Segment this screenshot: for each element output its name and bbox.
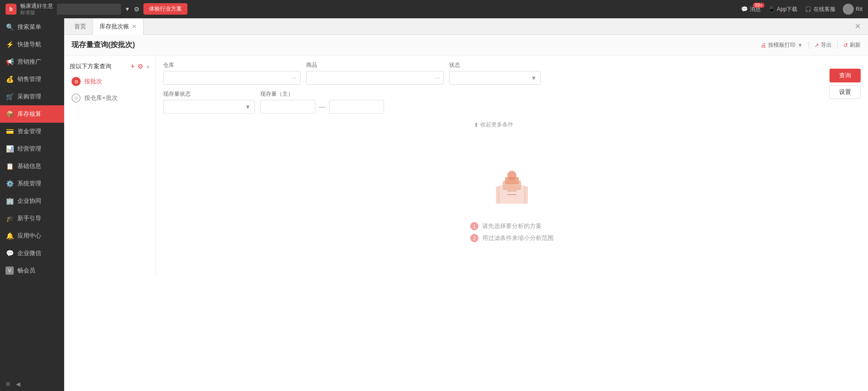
warehouse-input[interactable]: ··· <box>163 71 301 85</box>
messages-badge: 99+ <box>753 3 764 8</box>
collapse-more-button[interactable]: ⬆ 收起更多条件 <box>163 119 824 130</box>
sidebar-item-purchase[interactable]: 🛒 采购管理 <box>0 88 64 105</box>
tab-close-icon[interactable]: ✕ <box>132 23 137 30</box>
tab-home[interactable]: 首页 <box>68 18 93 35</box>
inventory-qty-condition: 现存量（主） — <box>260 90 384 114</box>
shortcut-icon: ⚡ <box>5 40 14 49</box>
sidebar-item-marketing[interactable]: 📢 营销推广 <box>0 53 64 71</box>
query-conditions: 仓库 ··· 商品 <box>156 56 868 275</box>
collapse-scheme-icon[interactable]: « <box>146 63 150 70</box>
sales-icon: 💰 <box>5 75 14 83</box>
topbar-gear-icon[interactable]: ⚙ <box>134 5 140 13</box>
qty-dash: — <box>319 103 325 110</box>
sidebar-item-sales[interactable]: 💰 销售管理 <box>0 71 64 88</box>
service-icon: 🎧 <box>805 6 812 12</box>
sidebar: 🔍 搜索菜单 ⚡ 快捷导航 📢 营销推广 💰 销售管理 🛒 采购管理 📦 库存核… <box>0 18 64 391</box>
operations-icon: 📊 <box>5 145 14 153</box>
download-icon: 📱 <box>768 6 775 12</box>
export-button[interactable]: ↗ 导出 <box>814 41 832 49</box>
sidebar-item-vip[interactable]: V 畅会员 <box>0 262 64 279</box>
tip-num-1: 1 <box>470 222 478 230</box>
status-dropdown-icon: ▼ <box>531 75 537 81</box>
conditions-row-1: 仓库 ··· 商品 <box>163 61 824 85</box>
inventory-status-dropdown-icon: ▼ <box>245 103 251 110</box>
settings-button[interactable]: 设置 <box>830 85 861 99</box>
newbie-icon: 🎓 <box>5 214 14 223</box>
print-template-button[interactable]: 🖨 按模板打印 ▼ <box>761 41 803 49</box>
product-dots[interactable]: ··· <box>435 75 439 81</box>
messages-button[interactable]: 💬 消息 99+ <box>741 5 761 13</box>
inventory-qty-to[interactable] <box>329 100 384 114</box>
empty-tips: 1 请先选择要分析的方案 2 用过滤条件来缩小分析范围 <box>470 222 554 242</box>
finance-icon: 💳 <box>5 127 14 136</box>
marketing-icon: 📢 <box>5 58 14 66</box>
main-layout: 🔍 搜索菜单 ⚡ 快捷导航 📢 营销推广 💰 销售管理 🛒 采购管理 📦 库存核… <box>0 18 868 391</box>
svg-rect-6 <box>496 186 500 204</box>
sidebar-item-finance[interactable]: 💳 资金管理 <box>0 123 64 140</box>
scheme-icon-gray: ⚙ <box>71 93 81 103</box>
empty-state: 1 请先选择要分析的方案 2 用过滤条件来缩小分析范围 <box>163 130 861 270</box>
apps-icon: 🔔 <box>5 232 14 240</box>
condition-actions: 查询 设置 <box>830 69 861 99</box>
sidebar-item-system[interactable]: ⚙️ 系统管理 <box>0 175 64 192</box>
page-header-actions: 🖨 按模板打印 ▼ ↗ 导出 ↺ 刷新 <box>761 41 861 49</box>
app-name: 畅康通好生意 <box>20 3 53 9</box>
divider <box>808 42 809 49</box>
page-header: 现存量查询(按批次) 🖨 按模板打印 ▼ ↗ 导出 ↺ 刷 <box>64 35 868 56</box>
tabbar: 首页 库存批次账 ✕ ✕ <box>64 18 868 35</box>
inventory-status-condition: 现存量状态 ▼ <box>163 90 255 114</box>
sidebar-item-inventory[interactable]: 📦 库存核算 <box>0 105 64 123</box>
sidebar-item-operations[interactable]: 📊 经营管理 <box>0 140 64 157</box>
scheme-settings-icon[interactable]: ⚙ <box>137 63 143 70</box>
sidebar-item-newbie[interactable]: 🎓 新手引导 <box>0 210 64 227</box>
scheme-item-batch[interactable]: ⚙ 按批次 <box>64 73 155 90</box>
inventory-qty-from[interactable] <box>260 100 315 114</box>
settings-bottom-icon[interactable]: ⚙ <box>5 381 11 387</box>
basic-icon: 📋 <box>5 162 14 170</box>
topbar-search-input[interactable] <box>57 4 121 15</box>
sidebar-item-apps[interactable]: 🔔 应用中心 <box>0 227 64 244</box>
message-icon: 💬 <box>741 6 748 12</box>
user-avatar[interactable]: Rit <box>843 4 863 15</box>
warehouse-dots[interactable]: ··· <box>292 75 297 81</box>
topbar: b 畅康通好生意 标准版 ▼ ⚙ 体验行业方案 💬 消息 99+ 📱 App下载… <box>0 0 868 18</box>
sidebar-item-search[interactable]: 🔍 搜索菜单 <box>0 18 64 36</box>
scheme-panel-header: 按以下方案查询 + ⚙ « <box>64 60 155 73</box>
online-service-button[interactable]: 🎧 在线客服 <box>805 5 835 13</box>
empty-illustration <box>484 158 539 213</box>
product-input[interactable]: ··· <box>306 71 444 85</box>
inventory-status-select[interactable]: ▼ <box>163 100 255 114</box>
sidebar-item-wechat[interactable]: 💬 企业微信 <box>0 244 64 262</box>
close-panel-btn[interactable]: ✕ <box>851 22 864 31</box>
print-dropdown-icon[interactable]: ▼ <box>797 42 803 49</box>
page-title: 现存量查询(按批次) <box>71 40 135 50</box>
refresh-button[interactable]: ↺ 刷新 <box>843 41 861 49</box>
export-icon: ↗ <box>814 42 819 49</box>
empty-tip-1: 1 请先选择要分析的方案 <box>470 222 554 230</box>
content-area: 首页 库存批次账 ✕ ✕ 现存量查询(按批次) 🖨 按模板打印 ▼ <box>64 18 868 391</box>
search-icon: 🔍 <box>5 23 14 31</box>
status-condition: 状态 ▼ <box>449 61 541 85</box>
app-download-button[interactable]: 📱 App下载 <box>768 5 797 13</box>
sidebar-item-enterprise[interactable]: 🏢 企业协同 <box>0 192 64 210</box>
product-condition: 商品 ··· <box>306 61 444 85</box>
scheme-item-warehouse-batch[interactable]: ⚙ 按仓库+批次 <box>64 90 155 106</box>
sidebar-item-basic[interactable]: 📋 基础信息 <box>0 157 64 175</box>
query-button[interactable]: 查询 <box>830 69 861 82</box>
add-scheme-icon[interactable]: + <box>131 62 135 71</box>
inventory-icon: 📦 <box>5 110 14 118</box>
tip-num-2: 2 <box>470 234 478 242</box>
status-select[interactable]: ▼ <box>449 71 541 85</box>
app-logo: b <box>5 4 16 15</box>
tab-inventory-batch[interactable]: 库存批次账 ✕ <box>93 18 143 35</box>
svg-point-3 <box>507 171 516 180</box>
experience-industry-button[interactable]: 体验行业方案 <box>143 3 187 15</box>
topbar-dropdown-icon[interactable]: ▼ <box>125 6 130 12</box>
sidebar-item-shortcut[interactable]: ⚡ 快捷导航 <box>0 36 64 53</box>
collapse-sidebar-icon[interactable]: ◀ <box>16 381 20 387</box>
scheme-panel: 按以下方案查询 + ⚙ « ⚙ 按批次 <box>64 56 156 275</box>
print-icon: 🖨 <box>761 42 766 49</box>
page-content: 现存量查询(按批次) 🖨 按模板打印 ▼ ↗ 导出 ↺ 刷 <box>64 35 868 391</box>
system-icon: ⚙️ <box>5 179 14 188</box>
filter-panel: 按以下方案查询 + ⚙ « ⚙ 按批次 <box>64 56 868 275</box>
